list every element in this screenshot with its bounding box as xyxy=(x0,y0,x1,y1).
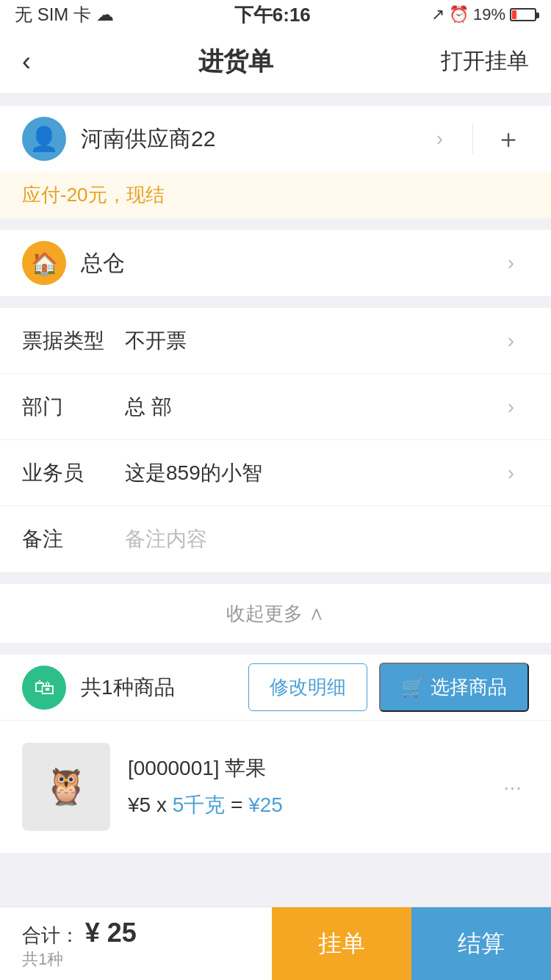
total-section: 合计： ¥ 25 共1种 xyxy=(0,918,272,970)
checkout-button[interactable]: 结算 xyxy=(411,907,551,981)
warehouse-icon: 🏠 xyxy=(22,241,66,285)
remark-label: 备注 xyxy=(22,525,118,553)
vertical-divider xyxy=(472,124,473,154)
person-icon: 👤 xyxy=(29,125,59,153)
checkout-label: 结算 xyxy=(458,928,505,960)
bag-icon: 🛍 xyxy=(34,675,54,699)
hang-label: 挂单 xyxy=(318,928,365,960)
product-count: 共1种商品 xyxy=(81,674,248,702)
supplier-section: 👤 河南供应商22 › ＋ 应付-20元，现结 xyxy=(0,106,551,218)
supplier-name: 河南供应商22 xyxy=(81,124,436,154)
open-pending-button[interactable]: 打开挂单 xyxy=(441,46,529,76)
product-title: 苹果 xyxy=(225,757,266,779)
collapse-label: 收起更多 ∧ xyxy=(226,601,324,627)
status-time: 下午6:16 xyxy=(234,2,311,28)
product-price-row: ¥5 x 5千克 = ¥25 xyxy=(128,791,496,819)
remark-row[interactable]: 备注 备注内容 xyxy=(0,506,551,572)
warning-banner: 应付-20元，现结 xyxy=(0,172,551,218)
status-right: ↗ ⏰ 19% xyxy=(431,5,536,24)
bottom-bar: 合计： ¥ 25 共1种 挂单 结算 xyxy=(0,907,551,980)
home-icon: 🏠 xyxy=(31,251,58,276)
chevron-right-icon: › xyxy=(508,251,514,275)
sim-label: 无 SIM 卡 ☁ xyxy=(15,3,114,26)
product-thumbnail: 🦉 xyxy=(22,743,110,831)
salesman-label: 业务员 xyxy=(22,459,118,487)
total-count: 共1种 xyxy=(22,948,250,970)
cart-icon: 🛒 xyxy=(401,676,425,699)
salesman-row[interactable]: 业务员 这是859的小智 › xyxy=(0,440,551,506)
chevron-right-icon: › xyxy=(508,329,514,353)
product-icon: 🛍 xyxy=(22,666,66,710)
warehouse-section[interactable]: 🏠 总仓 › xyxy=(0,230,551,296)
unit-price: ¥5 xyxy=(128,793,151,816)
product-code: [0000001] xyxy=(128,757,220,779)
more-options-button[interactable]: ··· xyxy=(496,767,529,807)
add-supplier-button[interactable]: ＋ xyxy=(488,114,529,165)
edit-detail-button[interactable]: 修改明细 xyxy=(248,663,367,711)
chevron-right-icon: › xyxy=(436,127,443,151)
hang-button[interactable]: 挂单 xyxy=(272,907,411,981)
supplier-row[interactable]: 👤 河南供应商22 › ＋ xyxy=(0,106,551,172)
back-button[interactable]: ‹ xyxy=(22,46,31,77)
invoice-value: 不开票 xyxy=(118,327,508,355)
invoice-row[interactable]: 票据类型 不开票 › xyxy=(0,308,551,374)
nav-bar: ‹ 进货单 打开挂单 xyxy=(0,29,551,94)
select-product-button[interactable]: 🛒 选择商品 xyxy=(379,663,529,712)
status-bar: 无 SIM 卡 ☁ 下午6:16 ↗ ⏰ 19% xyxy=(0,0,551,29)
battery-label: 19% xyxy=(473,5,505,24)
product-section: 🛍 共1种商品 修改明细 🛒 选择商品 🦉 [0000001] 苹果 ¥5 x … xyxy=(0,655,551,853)
product-item: 🦉 [0000001] 苹果 ¥5 x 5千克 = ¥25 ··· xyxy=(0,721,551,853)
form-section: 票据类型 不开票 › 部门 总 部 › 业务员 这是859的小智 › 备注 备注… xyxy=(0,308,551,572)
total-amount: ¥ 25 xyxy=(85,918,137,948)
department-value: 总 部 xyxy=(118,393,508,421)
owl-icon: 🦉 xyxy=(44,766,88,807)
quantity-value: 5千克 xyxy=(173,793,226,816)
invoice-label: 票据类型 xyxy=(22,327,118,355)
warehouse-name: 总仓 xyxy=(81,248,508,278)
equals-sign: = xyxy=(231,793,248,816)
department-row[interactable]: 部门 总 部 › xyxy=(0,374,551,440)
total-row: 合计： ¥ 25 xyxy=(22,918,250,948)
supplier-avatar: 👤 xyxy=(22,117,66,161)
select-product-label: 选择商品 xyxy=(431,674,507,700)
salesman-value: 这是859的小智 xyxy=(118,459,508,487)
department-label: 部门 xyxy=(22,393,118,421)
remark-input[interactable]: 备注内容 xyxy=(118,525,529,553)
location-icon: ↗ xyxy=(431,5,444,24)
product-name: [0000001] 苹果 xyxy=(128,754,496,782)
multiply-sign: x xyxy=(156,793,173,816)
status-left: 无 SIM 卡 ☁ xyxy=(15,3,114,26)
page-title: 进货单 xyxy=(198,45,273,79)
battery-icon xyxy=(510,8,536,21)
total-price: ¥25 xyxy=(248,793,283,816)
alarm-icon: ⏰ xyxy=(449,5,469,24)
total-label: 合计： xyxy=(22,924,79,946)
chevron-right-icon: › xyxy=(508,461,514,485)
collapse-row[interactable]: 收起更多 ∧ xyxy=(0,584,551,643)
chevron-right-icon: › xyxy=(508,395,514,419)
product-header: 🛍 共1种商品 修改明细 🛒 选择商品 xyxy=(0,655,551,721)
product-info: [0000001] 苹果 ¥5 x 5千克 = ¥25 xyxy=(128,754,496,819)
